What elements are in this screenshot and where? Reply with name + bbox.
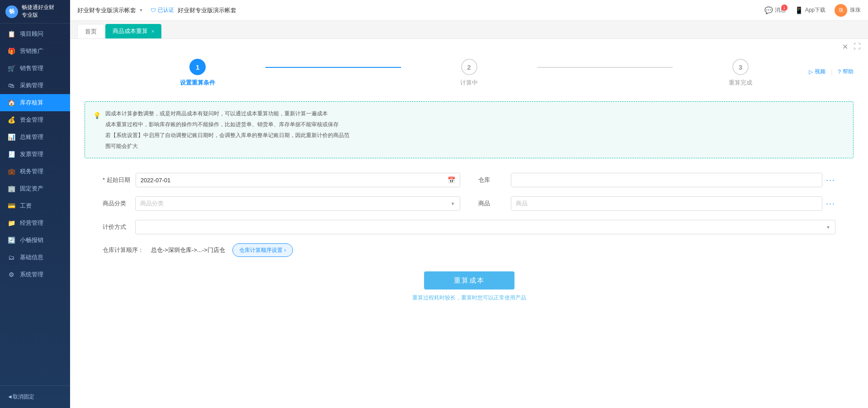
project-icon: 📋 xyxy=(7,30,15,38)
step-1: 1 设置重算条件 xyxy=(130,59,265,87)
message-icon: 💬 xyxy=(764,6,773,14)
category-select[interactable]: 商品分类 ▼ xyxy=(135,196,460,211)
user-profile[interactable]: 珠 珠珠 xyxy=(835,4,861,17)
step-3: 3 重算完成 xyxy=(673,59,808,87)
window-controls: ✕ ⛶ xyxy=(842,43,861,51)
chevron-right-icon: › xyxy=(284,247,286,253)
purchase-icon: 🛍 xyxy=(7,81,15,90)
warehouse-calc-value: 总仓->深圳仓库->...->门店仓 xyxy=(151,246,225,254)
submit-section: 重算成本 重算过程耗时较长，重算时您可以正常使用产品 xyxy=(85,271,854,302)
form-section: * 起始日期 2022-07-01 📅 仓库 ··· 商品分类 xyxy=(85,173,854,211)
marketing-icon: 🎁 xyxy=(7,47,15,55)
play-icon: ▷ xyxy=(809,69,813,75)
sidebar-item-expense[interactable]: 🔄 小畅报销 xyxy=(0,232,70,249)
sidebar-item-operation[interactable]: 📁 经营管理 xyxy=(0,214,70,232)
inventory-icon: 🏠 xyxy=(7,99,15,107)
sidebar-item-project[interactable]: 📋 项目顾问 xyxy=(0,25,70,43)
main-area: 好业财专业版演示帐套 ▼ 🛡 已认证 好业财专业版演示帐套 💬 消息 1 📱 A… xyxy=(70,0,868,408)
notification-badge: 1 xyxy=(781,5,788,11)
operation-icon: 📁 xyxy=(7,219,15,227)
pricing-dropdown-icon: ▼ xyxy=(826,225,830,230)
step-2-circle: 2 xyxy=(461,59,477,75)
sidebar-item-basic[interactable]: 🗂 基础信息 xyxy=(0,249,70,266)
accounting-icon: 📊 xyxy=(7,133,15,141)
logo-sub: 专业版 xyxy=(22,12,38,18)
account-name: 好业财专业版演示帐套 xyxy=(178,6,236,14)
video-help-link[interactable]: ▷ 视频 xyxy=(809,68,826,76)
calendar-icon[interactable]: 📅 xyxy=(448,176,455,184)
tabbar: 首页 商品成本重算 × xyxy=(70,21,868,39)
category-row: 商品分类 商品分类 ▼ xyxy=(103,196,460,211)
sidebar-item-sales[interactable]: 🛒 销售管理 xyxy=(0,60,70,77)
goods-more-icon[interactable]: ··· xyxy=(826,199,835,209)
sidebar-item-inventory[interactable]: 🏠 库存核算 xyxy=(0,94,70,111)
goods-input[interactable]: 商品 xyxy=(511,196,822,211)
pricing-select[interactable]: ▼ xyxy=(135,220,835,234)
sidebar-item-salary[interactable]: 💳 工资 xyxy=(0,197,70,214)
sales-icon: 🛒 xyxy=(7,64,15,72)
account-selector-text: 好业财专业版演示帐套 xyxy=(77,6,136,14)
close-tab-icon[interactable]: × xyxy=(151,28,154,34)
phone-icon: 📱 xyxy=(795,6,803,14)
dropdown-arrow-icon: ▼ xyxy=(451,201,455,206)
sidebar-nav: 📋 项目顾问 🎁 营销推广 🛒 销售管理 🛍 采购管理 🏠 库存核算 💰 资金管… xyxy=(0,24,70,385)
step-line-1 xyxy=(265,67,401,68)
content-area: ✕ ⛶ 1 设置重算条件 2 计算中 3 xyxy=(70,39,868,408)
salary-icon: 💳 xyxy=(7,202,15,210)
tax-icon: 💼 xyxy=(7,167,15,176)
system-icon: ⚙ xyxy=(7,270,15,279)
verified-badge: 🛡 已认证 xyxy=(151,6,174,14)
expense-icon: 🔄 xyxy=(7,236,15,244)
avatar: 珠 xyxy=(835,4,847,17)
step-1-label: 设置重算条件 xyxy=(180,79,215,87)
bulb-icon: 💡 xyxy=(93,109,101,122)
close-window-icon[interactable]: ✕ xyxy=(842,43,848,51)
warehouse-calc-label: 仓库计算顺序： xyxy=(103,246,144,254)
topbar-actions: 💬 消息 1 📱 App下载 珠 珠珠 xyxy=(764,4,861,17)
start-date-value: 2022-07-01 xyxy=(141,177,445,184)
step-1-circle: 1 xyxy=(189,59,206,75)
warehouse-calc-settings-button[interactable]: 仓库计算顺序设置 › xyxy=(232,243,293,257)
pricing-row: 计价方式 ▼ xyxy=(85,220,854,234)
sidebar-item-tax[interactable]: 💼 税务管理 xyxy=(0,163,70,180)
tab-recalc[interactable]: 商品成本重算 × xyxy=(105,24,161,38)
info-box: 💡 因成本计算参数调整，或是对商品成本有疑问时，可以通过成本重算功能，重新计算一… xyxy=(85,101,854,158)
logo-text: 畅捷通好业财 xyxy=(22,4,54,11)
app-download-button[interactable]: 📱 App下载 xyxy=(795,6,826,14)
sidebar-item-invoice[interactable]: 🧾 发票管理 xyxy=(0,146,70,163)
category-label: 商品分类 xyxy=(103,199,130,208)
fixed-asset-icon: 🏢 xyxy=(7,185,15,193)
sidebar-item-marketing[interactable]: 🎁 营销推广 xyxy=(0,43,70,60)
help-links: ▷ 视频 | ? 帮助 xyxy=(809,68,854,76)
warehouse-input[interactable] xyxy=(511,173,822,187)
sidebar-item-accounting[interactable]: 📊 总账管理 xyxy=(0,128,70,146)
question-icon: ? xyxy=(838,69,841,75)
unpin-button[interactable]: ◄取消固定 xyxy=(0,389,70,404)
step-line-2 xyxy=(537,67,673,68)
sidebar-item-purchase[interactable]: 🛍 采购管理 xyxy=(0,77,70,94)
step-3-label: 重算完成 xyxy=(729,79,752,87)
step-2-label: 计算中 xyxy=(460,79,478,87)
start-date-input[interactable]: 2022-07-01 📅 xyxy=(136,173,460,187)
warehouse-label: 仓库 xyxy=(478,176,505,184)
submit-button[interactable]: 重算成本 xyxy=(424,271,514,289)
start-date-label: * 起始日期 xyxy=(103,176,130,184)
sidebar-item-fixed-asset[interactable]: 🏢 固定资产 xyxy=(0,180,70,197)
sidebar: 畅 畅捷通好业财 专业版 📋 项目顾问 🎁 营销推广 🛒 销售管理 🛍 采购管理 xyxy=(0,0,70,408)
sidebar-item-system[interactable]: ⚙ 系统管理 xyxy=(0,266,70,283)
topbar: 好业财专业版演示帐套 ▼ 🛡 已认证 好业财专业版演示帐套 💬 消息 1 📱 A… xyxy=(70,0,868,21)
message-button[interactable]: 💬 消息 1 xyxy=(764,6,786,14)
sidebar-item-finance[interactable]: 💰 资金管理 xyxy=(0,111,70,128)
step-2: 2 计算中 xyxy=(401,59,537,87)
goods-row: 商品 商品 ··· xyxy=(478,196,836,211)
account-selector[interactable]: 好业财专业版演示帐套 ▼ xyxy=(77,6,143,14)
stepper: 1 设置重算条件 2 计算中 3 重算完成 ▷ xyxy=(85,59,854,87)
tab-home[interactable]: 首页 xyxy=(77,24,104,38)
help-link[interactable]: ? 帮助 xyxy=(838,68,854,76)
expand-window-icon[interactable]: ⛶ xyxy=(854,43,861,51)
goods-label: 商品 xyxy=(478,199,505,208)
invoice-icon: 🧾 xyxy=(7,150,15,158)
warehouse-more-icon[interactable]: ··· xyxy=(826,176,835,185)
finance-icon: 💰 xyxy=(7,116,15,124)
logo-icon: 畅 xyxy=(5,5,18,18)
